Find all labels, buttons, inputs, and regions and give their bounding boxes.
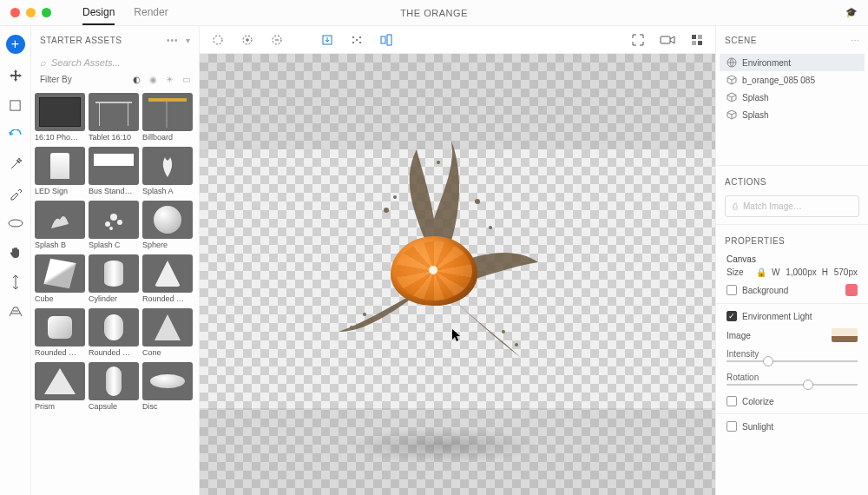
asset-thumb bbox=[35, 362, 85, 400]
width-value[interactable]: 1,000px bbox=[786, 267, 817, 277]
asset-label: Rounded … bbox=[142, 293, 193, 307]
env-light-checkbox[interactable] bbox=[727, 311, 737, 321]
scene-panel-menu-icon[interactable]: ⋯ bbox=[851, 36, 860, 45]
asset-grid: 16:10 Pho…Tablet 16:10BillboardLED SignB… bbox=[31, 91, 199, 495]
maximize-window-button[interactable] bbox=[42, 8, 51, 17]
tab-render[interactable]: Render bbox=[134, 1, 168, 25]
colorize-checkbox[interactable] bbox=[727, 396, 737, 406]
svg-rect-17 bbox=[661, 36, 670, 43]
asset-item[interactable]: Rounded … bbox=[89, 308, 139, 360]
lock-aspect-icon[interactable]: 🔒 bbox=[756, 267, 766, 277]
properties-panel-title: PROPERTIES bbox=[725, 236, 785, 246]
search-assets-input[interactable] bbox=[51, 57, 190, 68]
panel-menu-icon[interactable]: ••• bbox=[167, 36, 179, 45]
scene-item[interactable]: Environment bbox=[720, 54, 865, 71]
add-selection-icon[interactable] bbox=[240, 32, 255, 48]
subtract-selection-icon[interactable] bbox=[269, 32, 285, 48]
globe-icon bbox=[727, 57, 737, 68]
asset-label: Sphere bbox=[142, 239, 193, 253]
asset-item[interactable]: Sphere bbox=[142, 201, 193, 253]
add-button[interactable]: + bbox=[6, 35, 25, 54]
snap-to-ground-icon[interactable] bbox=[319, 32, 335, 48]
background-checkbox[interactable] bbox=[727, 285, 737, 295]
scene-item[interactable]: Splash bbox=[720, 106, 865, 123]
titlebar: Design Render THE ORANGE 🎓 bbox=[0, 0, 868, 26]
minimize-window-button[interactable] bbox=[26, 8, 36, 17]
asset-item[interactable]: Splash C bbox=[89, 201, 139, 253]
canvas-area bbox=[200, 26, 715, 495]
svg-point-2 bbox=[105, 221, 110, 227]
asset-item[interactable]: Cone bbox=[142, 308, 193, 360]
asset-item[interactable]: Splash B bbox=[35, 201, 85, 253]
asset-item[interactable]: Cylinder bbox=[89, 254, 139, 307]
panel-collapse-icon[interactable]: ▾ bbox=[186, 36, 191, 45]
asset-label: Bus Stand… bbox=[89, 185, 139, 199]
select-mode-icon[interactable] bbox=[210, 32, 226, 48]
asset-item[interactable]: Rounded … bbox=[142, 254, 193, 307]
ground-shadow bbox=[347, 427, 538, 464]
orange-object[interactable] bbox=[391, 236, 477, 306]
camera-icon[interactable] bbox=[660, 32, 675, 48]
height-value[interactable]: 570px bbox=[834, 267, 858, 277]
learn-icon[interactable]: 🎓 bbox=[845, 7, 858, 18]
perspective-tool-icon[interactable] bbox=[8, 304, 23, 320]
asset-item[interactable]: Rounded … bbox=[35, 308, 85, 360]
hand-tool-icon[interactable] bbox=[8, 245, 23, 261]
frame-tool-icon[interactable] bbox=[8, 97, 23, 113]
asset-label: Disc bbox=[142, 400, 193, 414]
scene-item[interactable]: Splash bbox=[720, 89, 865, 106]
svg-point-3 bbox=[110, 214, 117, 221]
close-window-button[interactable] bbox=[10, 8, 20, 17]
rotation-slider[interactable] bbox=[716, 382, 868, 393]
wand-tool-icon[interactable] bbox=[8, 156, 23, 172]
tab-design[interactable]: Design bbox=[82, 1, 115, 25]
asset-item[interactable]: Billboard bbox=[142, 93, 193, 145]
particles-icon[interactable] bbox=[349, 32, 365, 48]
svg-point-11 bbox=[352, 36, 354, 38]
asset-item[interactable]: Capsule bbox=[89, 362, 139, 414]
align-icon[interactable] bbox=[378, 32, 394, 48]
match-image-button[interactable]: ⎙ Match Image… bbox=[725, 195, 859, 217]
svg-rect-19 bbox=[698, 35, 702, 39]
asset-item[interactable]: Disc bbox=[142, 362, 193, 414]
asset-item[interactable]: Cube bbox=[35, 254, 85, 307]
filter-images-icon[interactable]: ▭ bbox=[182, 75, 190, 84]
asset-thumb bbox=[142, 308, 193, 346]
svg-point-13 bbox=[352, 42, 354, 43]
asset-label: Cylinder bbox=[89, 293, 139, 307]
asset-item[interactable]: Tablet 16:10 bbox=[89, 93, 139, 145]
asset-item[interactable]: Bus Stand… bbox=[89, 147, 139, 199]
svg-point-27 bbox=[350, 326, 353, 329]
filter-models-icon[interactable]: ◐ bbox=[133, 75, 141, 84]
sunlight-checkbox[interactable] bbox=[727, 421, 737, 432]
asset-thumb bbox=[35, 147, 85, 185]
asset-thumb bbox=[35, 254, 85, 293]
asset-label: Cube bbox=[35, 293, 85, 307]
filter-materials-icon[interactable]: ◉ bbox=[149, 75, 157, 84]
scene-item-label: b_orange_085 085 bbox=[742, 76, 815, 85]
eyedropper-tool-icon[interactable] bbox=[8, 186, 23, 201]
mode-tabs: Design Render bbox=[82, 1, 168, 25]
asset-item[interactable]: 16:10 Pho… bbox=[35, 93, 85, 145]
assets-panel-title: STARTER ASSETS bbox=[40, 36, 122, 45]
fullscreen-icon[interactable] bbox=[630, 32, 646, 48]
asset-item[interactable]: Prism bbox=[35, 362, 85, 414]
size-label: Size bbox=[727, 267, 743, 277]
orbit-tool-icon[interactable] bbox=[8, 215, 23, 231]
viewport[interactable] bbox=[200, 54, 715, 495]
window-controls bbox=[10, 8, 51, 17]
render-settings-icon[interactable] bbox=[689, 32, 705, 48]
asset-item[interactable]: Splash A bbox=[142, 147, 193, 199]
move-tool-icon[interactable] bbox=[8, 68, 23, 83]
svg-rect-20 bbox=[692, 41, 696, 45]
filter-lights-icon[interactable]: ☀ bbox=[166, 75, 174, 84]
asset-label: LED Sign bbox=[35, 185, 85, 199]
scene-item[interactable]: b_orange_085 085 bbox=[720, 71, 865, 89]
cube-icon bbox=[727, 75, 737, 85]
env-image-thumb[interactable] bbox=[832, 328, 858, 342]
background-color-swatch[interactable] bbox=[845, 284, 858, 296]
asset-item[interactable]: LED Sign bbox=[35, 147, 85, 199]
dolly-tool-icon[interactable] bbox=[8, 274, 23, 290]
undo-icon[interactable] bbox=[8, 127, 23, 142]
intensity-slider[interactable] bbox=[716, 359, 868, 369]
